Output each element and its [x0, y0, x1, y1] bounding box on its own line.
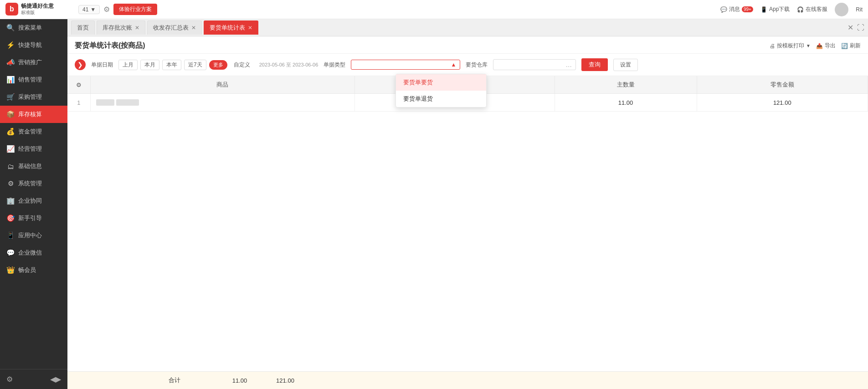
tab-inventory-batch[interactable]: 库存批次账 ✕: [97, 20, 145, 35]
tab-receivable-summary-close[interactable]: ✕: [191, 25, 196, 31]
warehouse-filter-label: 要货仓库: [466, 61, 488, 69]
date-custom-btn[interactable]: 自定义: [230, 60, 254, 70]
query-btn[interactable]: 查询: [581, 58, 608, 71]
notification-item[interactable]: 💬 消息 99+: [720, 5, 753, 13]
set-btn[interactable]: 设置: [613, 59, 638, 71]
sidebar-item-search[interactable]: 🔍 搜索菜单: [0, 19, 67, 36]
tab-expand-icon[interactable]: ⛶: [857, 24, 864, 32]
sidebar-item-operation[interactable]: 📈 经营管理: [0, 140, 67, 158]
sidebar-label-finance: 资金管理: [18, 128, 42, 136]
date-more-btn[interactable]: 更多: [209, 60, 227, 70]
tab-inventory-batch-label: 库存批次账: [103, 24, 132, 32]
headset-icon: 🎧: [797, 6, 804, 13]
warehouse-filter-field[interactable]: …: [493, 59, 576, 70]
enterprise-icon: 🏢: [6, 197, 15, 205]
sidebar-item-wechat[interactable]: 💬 企业微信: [0, 244, 67, 261]
sidebar-settings-icon[interactable]: ⚙: [6, 375, 13, 384]
app-download-item[interactable]: 📱 App下载: [760, 5, 790, 13]
sidebar-label-guide: 新手引导: [18, 214, 42, 222]
purchase-icon: 🛒: [6, 93, 15, 101]
type-filter-arrow[interactable]: ▲: [451, 61, 456, 68]
chevron-down-print-icon: ▼: [806, 43, 811, 48]
date-filter-label: 单据日期: [91, 61, 113, 69]
row-product: [90, 94, 354, 112]
tab-requisition-stats-label: 要货单统计表: [210, 24, 245, 32]
sidebar-item-sales[interactable]: 📊 销售管理: [0, 71, 67, 88]
sidebar-item-guide[interactable]: 🎯 新手引导: [0, 210, 67, 227]
col-settings[interactable]: ⚙: [67, 76, 90, 94]
sales-icon: 📊: [6, 76, 15, 84]
download-icon: 📱: [760, 6, 767, 13]
col-quantity: 主数量: [555, 76, 697, 94]
sidebar-label-marketing: 营销推广: [18, 58, 42, 67]
dropdown-item-requisition-order[interactable]: 要货单要货: [396, 74, 486, 91]
tab-home-label: 首页: [77, 24, 89, 32]
sidebar-label-member: 畅会员: [18, 266, 36, 274]
type-filter-input[interactable]: [355, 61, 451, 68]
online-service-item[interactable]: 🎧 在线客服: [797, 5, 827, 13]
lightning-icon: ⚡: [6, 41, 15, 49]
operation-icon: 📈: [6, 145, 15, 153]
date-7days-btn[interactable]: 近7天: [184, 60, 206, 70]
type-filter-select[interactable]: ▲: [351, 60, 460, 70]
tab-receivable-summary-label: 收发存汇总表: [153, 24, 189, 32]
chevron-down-icon: ▼: [90, 6, 96, 13]
system-icon: ⚙: [6, 179, 15, 188]
sidebar-item-inventory[interactable]: 📦 库存核算: [0, 106, 67, 123]
search-icon: 🔍: [6, 24, 15, 32]
warehouse-filter-input[interactable]: [497, 61, 565, 68]
chevron-right-icon: ❯: [77, 61, 83, 68]
trial-btn[interactable]: 体验行业方案: [113, 4, 157, 15]
filter-bar: ❯ 单据日期 上月 本月 本年 近7天 更多 自定义 2023-05-06 至 …: [67, 54, 868, 76]
dropdown-item-requisition-return[interactable]: 要货单退货: [396, 91, 486, 107]
sidebar-item-marketing[interactable]: 📣 营销推广: [0, 54, 67, 71]
date-cur-year-btn[interactable]: 本年: [162, 60, 181, 70]
main-layout: 🔍 搜索菜单 ⚡ 快捷导航 📣 营销推广 📊 销售管理 🛒 采购管理 📦 库存核…: [0, 19, 868, 389]
row-quantity: 11.00: [555, 94, 697, 112]
wechat-icon: 💬: [6, 249, 15, 257]
footer-quantity: 11.00: [217, 377, 262, 384]
company-selector[interactable]: 41 ▼: [78, 5, 100, 14]
type-filter-label: 单据类型: [324, 61, 345, 69]
member-icon: 👑: [6, 266, 15, 274]
print-label: 按模板打印: [777, 42, 804, 50]
date-cur-month-btn[interactable]: 本月: [140, 60, 159, 70]
tab-receivable-summary[interactable]: 收发存汇总表 ✕: [147, 20, 202, 35]
filter-toggle-btn[interactable]: ❯: [75, 59, 86, 70]
tab-home[interactable]: 首页: [71, 20, 95, 35]
footer-label: 合计: [169, 376, 180, 384]
sidebar-item-purchase[interactable]: 🛒 采购管理: [0, 88, 67, 106]
export-label: 导出: [825, 42, 836, 50]
sidebar-item-finance[interactable]: 💰 资金管理: [0, 123, 67, 140]
print-btn[interactable]: 🖨 按模板打印 ▼: [770, 42, 811, 50]
bell-icon: 💬: [720, 6, 727, 13]
sidebar-item-apps[interactable]: 📱 应用中心: [0, 227, 67, 244]
notification-badge: 99+: [742, 6, 753, 12]
tab-requisition-stats-close[interactable]: ✕: [248, 25, 252, 31]
tab-requisition-stats[interactable]: 要货单统计表 ✕: [204, 20, 258, 35]
export-btn[interactable]: 📤 导出: [816, 42, 836, 50]
sidebar-item-member[interactable]: 👑 畅会员: [0, 261, 67, 279]
basic-icon: 🗂: [6, 162, 15, 170]
warehouse-more-icon[interactable]: …: [565, 61, 572, 68]
sidebar-collapse-icon[interactable]: ◀▶: [50, 375, 61, 384]
sidebar-label-purchase: 采购管理: [18, 93, 42, 101]
sidebar-item-enterprise[interactable]: 🏢 企业协同: [0, 192, 67, 210]
sidebar-item-basic[interactable]: 🗂 基础信息: [0, 158, 67, 175]
sidebar-item-shortcuts[interactable]: ⚡ 快捷导航: [0, 36, 67, 54]
sidebar-label-enterprise: 企业协同: [18, 197, 42, 205]
page-actions: 🖨 按模板打印 ▼ 📤 导出 🔄 刷新: [770, 42, 861, 50]
avatar[interactable]: [835, 3, 848, 16]
finance-icon: 💰: [6, 128, 15, 136]
type-dropdown: 要货单要货 要货单退货: [395, 74, 487, 107]
gear-icon[interactable]: ⚙: [103, 5, 110, 14]
tab-close-all-icon[interactable]: ✕: [847, 23, 853, 32]
table-container: ⚙ 商品 主计量单位 主数量 零售金额 1: [67, 76, 868, 371]
date-shortcuts: 上月 本月 本年 近7天 更多 自定义: [118, 60, 254, 70]
tab-inventory-batch-close[interactable]: ✕: [135, 25, 139, 31]
date-prev-month-btn[interactable]: 上月: [118, 60, 138, 70]
header-right: 💬 消息 99+ 📱 App下载 🎧 在线客服 Rit: [720, 3, 863, 16]
sidebar-item-system[interactable]: ⚙ 系统管理: [0, 175, 67, 192]
refresh-btn[interactable]: 🔄 刷新: [841, 42, 861, 50]
top-header: b 畅捷通好生意 标准版 41 ▼ ⚙ 体验行业方案 💬 消息 99+ 📱 Ap…: [0, 0, 868, 19]
